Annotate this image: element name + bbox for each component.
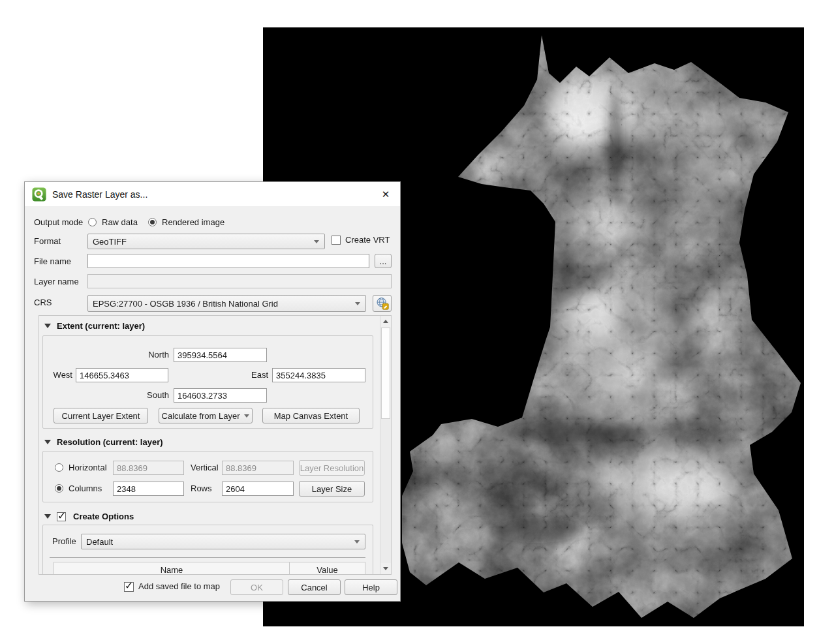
vertical-input [222,461,294,475]
raw-data-label[interactable]: Raw data [102,216,138,229]
scrollbar-thumb[interactable] [381,328,390,419]
extent-groupbox: North West East South Current Layer Exte… [42,335,373,429]
help-button[interactable]: Help [345,579,397,595]
create-options-checkbox[interactable]: ✓ [57,512,66,521]
table-header-name[interactable]: Name [54,562,290,574]
west-label: West [46,369,72,382]
layer-name-label: Layer name [34,275,79,288]
crs-label: CRS [34,296,52,309]
options-scroll-area: Extent (current: layer) North West East … [39,315,392,575]
format-combo[interactable]: GeoTIFF [87,234,325,249]
select-crs-button[interactable] [373,295,392,312]
ok-button[interactable]: OK [230,579,283,595]
save-raster-layer-dialog: Save Raster Layer as... ✕ Output mode Ra… [24,181,401,602]
chevron-down-icon [355,302,360,305]
create-vrt-checkbox[interactable]: ✓ [332,236,341,245]
map-canvas-extent-button[interactable]: Map Canvas Extent [262,408,360,423]
format-label: Format [34,235,61,248]
browse-button[interactable]: ... [375,254,392,268]
calculate-from-layer-button[interactable]: Calculate from Layer [159,408,253,423]
north-input[interactable] [174,348,267,362]
crs-value: EPSG:27700 - OSGB 1936 / British Nationa… [93,299,278,309]
rows-input[interactable] [222,482,294,496]
east-label: East [245,369,268,382]
east-input[interactable] [272,368,365,382]
qgis-logo-icon [32,187,46,202]
create-options-groupbox: Profile Default Name Value [42,525,373,574]
south-label: South [141,389,169,402]
arrow-up-icon [383,320,388,323]
south-input[interactable] [174,388,267,403]
table-header-value[interactable]: Value [289,562,365,574]
extent-header-label: Extent (current: layer) [57,321,145,331]
layer-size-button[interactable]: Layer Size [299,481,365,497]
dialog-titlebar[interactable]: Save Raster Layer as... ✕ [25,182,400,206]
globe-edit-icon [376,297,389,310]
extent-section-header[interactable]: Extent (current: layer) [44,321,145,331]
collapse-triangle-icon [44,514,51,519]
add-saved-file-checkbox[interactable]: ✓ [124,582,134,592]
create-options-header-label: Create Options [73,512,134,521]
profile-value: Default [86,537,113,547]
chevron-down-icon [354,540,360,544]
collapse-triangle-icon [44,324,51,328]
scroll-up-button[interactable] [380,316,391,327]
file-name-label: File name [34,255,71,268]
horizontal-radio[interactable] [55,463,63,472]
separator [50,557,365,558]
resolution-section-header[interactable]: Resolution (current: layer) [44,437,163,447]
raw-data-radio[interactable] [88,218,97,226]
file-name-input[interactable] [87,254,369,268]
format-value: GeoTIFF [93,237,127,247]
add-saved-file-label[interactable]: Add saved file to map [138,580,220,593]
columns-input[interactable] [113,482,184,496]
north-label: North [141,348,169,361]
rows-label: Rows [191,482,212,495]
columns-radio[interactable] [55,484,63,493]
west-input[interactable] [76,368,168,382]
columns-label[interactable]: Columns [69,482,102,495]
options-scroll-content: Extent (current: layer) North West East … [39,316,380,574]
profile-label: Profile [52,535,76,548]
rendered-image-label[interactable]: Rendered image [162,216,224,229]
crs-combo[interactable]: EPSG:27700 - OSGB 1936 / British Nationa… [87,295,366,312]
rendered-image-radio[interactable] [148,218,157,226]
checkmark-icon: ✓ [57,510,66,522]
calculate-from-layer-label: Calculate from Layer [162,411,240,421]
current-layer-extent-button[interactable]: Current Layer Extent [54,408,148,423]
close-icon[interactable]: ✕ [371,182,400,206]
collapse-triangle-icon [44,440,51,444]
horizontal-input [113,461,184,475]
vertical-label: Vertical [191,461,219,474]
layer-resolution-button: Layer Resolution [299,460,365,476]
resolution-groupbox: Horizontal Vertical Layer Resolution Col… [42,451,373,502]
chevron-down-icon [244,414,249,418]
vertical-scrollbar[interactable] [380,316,391,574]
create-vrt-label[interactable]: Create VRT [345,234,390,247]
checkmark-icon: ✓ [125,579,133,592]
create-options-section-header[interactable]: ✓ Create Options [44,512,134,521]
resolution-header-label: Resolution (current: layer) [57,437,163,447]
profile-combo[interactable]: Default [81,534,365,549]
chevron-down-icon [314,240,319,243]
horizontal-label[interactable]: Horizontal [69,461,107,474]
cancel-button[interactable]: Cancel [288,579,341,595]
output-mode-label: Output mode [34,216,83,229]
dialog-title: Save Raster Layer as... [52,189,147,200]
arrow-down-icon [383,567,388,570]
scroll-down-button[interactable] [380,563,391,574]
layer-name-input [87,274,392,288]
